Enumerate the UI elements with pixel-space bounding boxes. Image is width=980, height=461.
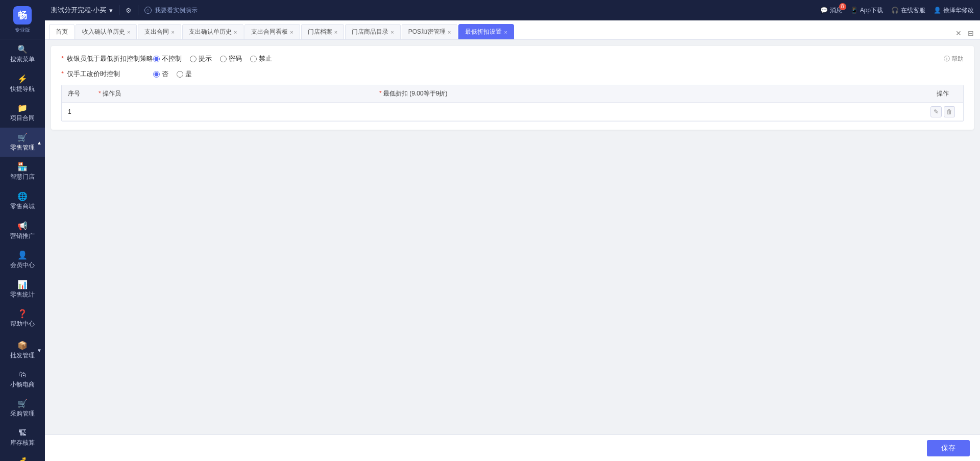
tab-store-file-label: 门店档案 — [308, 28, 332, 36]
discount-table: 序号 操作员 最低折扣 (9.00等于9折) 操作 1 ✎ 🗑 — [61, 85, 964, 122]
td-action: ✎ 🗑 — [922, 103, 963, 120]
tab-min-discount[interactable]: 最低折扣设置 × — [458, 24, 513, 39]
shopping-icon: 🛍 — [18, 370, 27, 379]
topbar-settings[interactable]: ⚙ — [126, 7, 132, 14]
sidebar-item-search[interactable]: 🔍 搜索菜单 — [0, 39, 45, 69]
box-icon: 📦 — [17, 341, 28, 350]
required-star: * — [61, 55, 64, 62]
radio-prompt[interactable]: 提示 — [190, 54, 212, 63]
sidebar-item-purchase[interactable]: 🛒 采购管理 — [0, 394, 45, 423]
sidebar-item-marketing[interactable]: 📢 营销推广 — [0, 216, 45, 246]
td-operator — [92, 109, 373, 115]
th-action: 操作 — [922, 85, 963, 102]
help-icon: ❓ — [17, 309, 28, 319]
project-name: 测试分开完程·小买 — [51, 6, 106, 15]
sidebar-item-online-mall[interactable]: 🌐 零售商城 — [0, 186, 45, 216]
tab-store-file-close[interactable]: × — [334, 29, 337, 35]
logo-icon: 畅 — [13, 6, 32, 25]
messages-badge: 8 — [839, 3, 846, 10]
user-menu-button[interactable]: 👤 徐泽华修改 — [934, 6, 974, 15]
tab-pos-encrypt-label: POS加密管理 — [408, 28, 446, 36]
help-circle-icon: ⓘ — [944, 55, 950, 63]
sidebar-item-member[interactable]: 👤 会员中心 — [0, 245, 45, 275]
tab-store-catalog-close[interactable]: × — [390, 29, 394, 35]
tab-menu-button[interactable]: ⊟ — [966, 28, 976, 38]
demo-circle-icon: ○ — [144, 7, 152, 14]
topbar-right: 💬 消息 8 📱 App下载 🎧 在线客服 👤 徐泽华修改 — [820, 6, 974, 15]
lightning-icon: ⚡ — [17, 74, 28, 84]
tab-home-label: 首页 — [56, 28, 68, 36]
th-discount: 最低折扣 (9.00等于9折) — [373, 85, 922, 102]
sidebar-item-smart-store[interactable]: 🏪 智慧门店 — [0, 157, 45, 186]
sidebar-item-project[interactable]: 📁 项目合同 — [0, 98, 45, 128]
close-all-tabs-button[interactable]: ✕ — [953, 28, 964, 38]
tab-payment-confirm[interactable]: 支出确认单历史 × — [182, 24, 243, 39]
tab-income-confirm-close[interactable]: × — [127, 29, 130, 35]
tab-income-confirm-label: 收入确认单历史 — [82, 28, 125, 36]
radio-manual-no[interactable]: 否 — [153, 69, 168, 79]
cashier-control-options: 不控制 提示 密码 禁止 — [153, 54, 272, 63]
logo-text: 专业版 — [15, 27, 30, 34]
demo-link[interactable]: ○ 我要看实例演示 — [144, 6, 198, 15]
project-selector[interactable]: 测试分开完程·小买 ▾ — [51, 6, 113, 15]
tab-store-catalog[interactable]: 门店商品目录 × — [345, 24, 400, 39]
sidebar-item-retail-stat[interactable]: 📊 零售统计 — [0, 275, 45, 304]
app-download-button[interactable]: 📱 App下载 — [850, 6, 883, 15]
tab-payment-contract-close[interactable]: × — [171, 29, 174, 35]
tab-payment-confirm-close[interactable]: × — [234, 29, 237, 35]
table-body: 1 ✎ 🗑 — [62, 103, 963, 121]
globe-icon: 🌐 — [17, 191, 28, 201]
td-discount — [373, 109, 922, 115]
app-logo: 畅 专业版 — [0, 0, 45, 39]
radio-forbid[interactable]: 禁止 — [250, 54, 272, 63]
avatar-icon: 👤 — [934, 7, 941, 14]
tab-home[interactable]: 首页 — [49, 24, 75, 39]
online-support-button[interactable]: 🎧 在线客服 — [891, 6, 925, 15]
support-icon: 🎧 — [891, 7, 899, 14]
store-icon: 🏪 — [17, 162, 28, 172]
tab-payment-kanban[interactable]: 支出合同看板 × — [244, 24, 300, 39]
radio-manual-yes[interactable]: 是 — [177, 69, 192, 79]
save-button[interactable]: 保存 — [927, 440, 970, 456]
online-support-label: 在线客服 — [901, 6, 925, 15]
main-area: 测试分开完程·小买 ▾ ⚙ ○ 我要看实例演示 💬 消息 8 📱 App下载 🎧… — [45, 0, 980, 461]
sidebar-item-inventory[interactable]: 🏗 库存核算 — [0, 423, 45, 452]
topbar: 测试分开完程·小买 ▾ ⚙ ○ 我要看实例演示 💬 消息 8 📱 App下载 🎧… — [45, 0, 980, 20]
tab-pos-encrypt-close[interactable]: × — [448, 29, 451, 35]
topbar-divider2 — [138, 5, 138, 15]
app-download-label: App下载 — [860, 6, 883, 15]
chevron-up-icon: ▲ — [37, 139, 42, 145]
content-card: * 收银员低于最低折扣控制策略 不控制 提示 密码 — [51, 46, 974, 130]
sidebar-item-finance[interactable]: 💰 资金管理 — [0, 452, 45, 461]
tab-income-confirm[interactable]: 收入确认单历史 × — [76, 24, 137, 39]
tab-payment-contract[interactable]: 支出合同 × — [138, 24, 181, 39]
topbar-gear-icon: ⚙ — [126, 7, 132, 14]
tab-store-file[interactable]: 门店档案 × — [301, 24, 344, 39]
radio-no-control[interactable]: 不控制 — [153, 54, 182, 63]
sidebar-item-ecommerce[interactable]: 🛍 小畅电商 — [0, 365, 45, 394]
sidebar-item-help[interactable]: ❓ 帮助中心 — [0, 304, 45, 333]
sidebar-item-quicknav[interactable]: ⚡ 快捷导航 — [0, 69, 45, 99]
tabbar: 首页 收入确认单历史 × 支出合同 × 支出确认单历史 × 支出合同看板 × 门… — [45, 20, 980, 40]
cart-icon: 🛒 — [17, 133, 28, 142]
radio-password[interactable]: 密码 — [220, 54, 242, 63]
sidebar-item-wholesale[interactable]: 📦 批发管理 ▼ — [0, 335, 45, 365]
cashier-control-row: * 收银员低于最低折扣控制策略 不控制 提示 密码 — [61, 54, 964, 63]
warehouse-icon: 🏗 — [18, 428, 27, 438]
topbar-divider — [119, 5, 119, 15]
tab-payment-contract-label: 支出合同 — [144, 28, 169, 36]
messages-button[interactable]: 💬 消息 8 — [820, 6, 842, 15]
purchase-icon: 🛒 — [17, 399, 28, 408]
row-edit-button[interactable]: ✎ — [930, 106, 942, 117]
td-seq: 1 — [62, 105, 92, 118]
tab-pos-encrypt[interactable]: POS加密管理 × — [402, 24, 458, 39]
sidebar-item-retail[interactable]: 🛒 零售管理 ▲ — [0, 128, 45, 157]
th-operator: 操作员 — [92, 85, 373, 102]
tab-min-discount-close[interactable]: × — [504, 29, 507, 35]
row-delete-button[interactable]: 🗑 — [944, 106, 955, 117]
help-link[interactable]: ⓘ 帮助 — [944, 55, 964, 63]
tab-payment-kanban-close[interactable]: × — [290, 29, 293, 35]
download-icon: 📱 — [850, 7, 858, 14]
search-icon: 🔍 — [17, 44, 28, 54]
project-chevron: ▾ — [109, 7, 113, 14]
